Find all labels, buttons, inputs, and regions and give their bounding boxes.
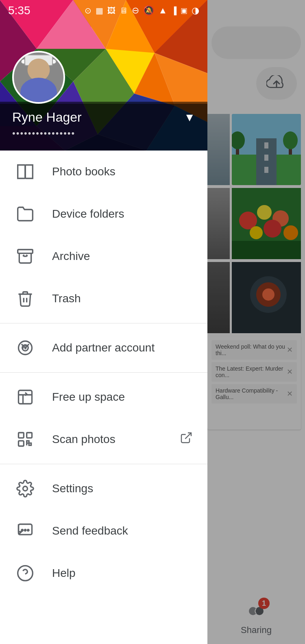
menu-item-device-folders[interactable]: Device folders: [0, 193, 207, 235]
svg-point-56: [28, 529, 29, 531]
trash-label: Trash: [52, 292, 193, 305]
svg-rect-47: [19, 391, 32, 404]
menu-item-archive[interactable]: Archive: [0, 235, 207, 277]
svg-point-55: [22, 529, 23, 531]
svg-line-51: [185, 433, 191, 439]
dropdown-arrow-icon[interactable]: ▼: [184, 111, 195, 124]
image-icon: 🖼: [107, 6, 115, 15]
scan-photos-label: Scan photos: [52, 433, 163, 446]
folder-icon: [15, 203, 36, 225]
avatar: [12, 51, 65, 104]
header-bottom-bar: Ryne Hager ▼ ••••••••••••••••: [0, 102, 207, 151]
archive-label: Archive: [52, 250, 193, 263]
monitor-icon: 🖥: [120, 6, 128, 15]
svg-rect-49: [19, 441, 24, 446]
svg-rect-48: [19, 433, 24, 438]
navigation-drawer: Ryne Hager ▼ •••••••••••••••• 5:35 ⊙ ▦ 🖼…: [0, 0, 207, 644]
external-link-icon: [180, 431, 193, 448]
user-email: ••••••••••••••••: [12, 128, 75, 139]
menu-item-trash[interactable]: Trash: [0, 277, 207, 320]
drawer-header: Ryne Hager ▼ ••••••••••••••••: [0, 0, 207, 151]
archive-icon: [15, 246, 36, 267]
divider-1: [0, 323, 207, 323]
menu-item-settings[interactable]: Settings: [0, 467, 207, 510]
menu-item-add-partner-account[interactable]: Add partner account: [0, 327, 207, 369]
gear-icon: [15, 478, 36, 499]
sim-icon: ▣: [181, 6, 187, 15]
svg-point-57: [18, 566, 33, 581]
status-bar: 5:35 ⊙ ▦ 🖼 🖥 ⊖ 🔕 ▲ ▐ ▣ ◑: [0, 0, 207, 21]
help-label: Help: [52, 567, 193, 580]
bell-off-icon: 🔕: [143, 5, 154, 16]
pocket-casts-icon: ⊙: [85, 6, 92, 15]
scan-icon: [15, 429, 36, 450]
add-partner-label: Add partner account: [52, 341, 193, 354]
trash-icon: [15, 288, 36, 309]
partner-icon: [15, 337, 36, 358]
body: [20, 78, 57, 102]
user-name-text: Ryne Hager: [12, 110, 82, 125]
status-time: 5:35: [8, 4, 30, 17]
send-feedback-label: Send feedback: [52, 524, 193, 537]
book-open-icon: [15, 161, 36, 182]
help-icon: [15, 563, 36, 584]
menu-item-send-feedback[interactable]: Send feedback: [0, 510, 207, 552]
battery-icon: ◑: [192, 5, 199, 16]
signal-icon: ▐: [171, 7, 176, 15]
calendar-icon: ▦: [96, 6, 103, 15]
free-up-space-label: Free up space: [52, 391, 193, 404]
divider-3: [0, 464, 207, 464]
feedback-icon: [15, 520, 36, 541]
svg-rect-46: [18, 250, 33, 253]
menu-item-scan-photos[interactable]: Scan photos: [0, 418, 207, 461]
menu-item-free-up-space[interactable]: Free up space: [0, 376, 207, 418]
menu-item-help[interactable]: Help: [0, 552, 207, 594]
status-icons: ⊙ ▦ 🖼 🖥 ⊖ 🔕 ▲ ▐ ▣ ◑: [85, 5, 199, 16]
menu-list: Photo books Device folders Archive: [0, 151, 207, 594]
user-name-row: Ryne Hager ▼: [12, 110, 195, 125]
minus-circle-icon: ⊖: [132, 5, 139, 16]
free-space-icon: [15, 386, 36, 408]
svg-point-54: [24, 529, 26, 531]
svg-point-52: [23, 487, 28, 491]
photo-books-label: Photo books: [52, 165, 193, 178]
device-folders-label: Device folders: [52, 207, 193, 220]
wifi-icon: ▲: [158, 5, 167, 16]
divider-2: [0, 372, 207, 373]
menu-item-photo-books[interactable]: Photo books: [0, 151, 207, 193]
settings-label: Settings: [52, 482, 193, 495]
svg-rect-50: [27, 433, 32, 438]
